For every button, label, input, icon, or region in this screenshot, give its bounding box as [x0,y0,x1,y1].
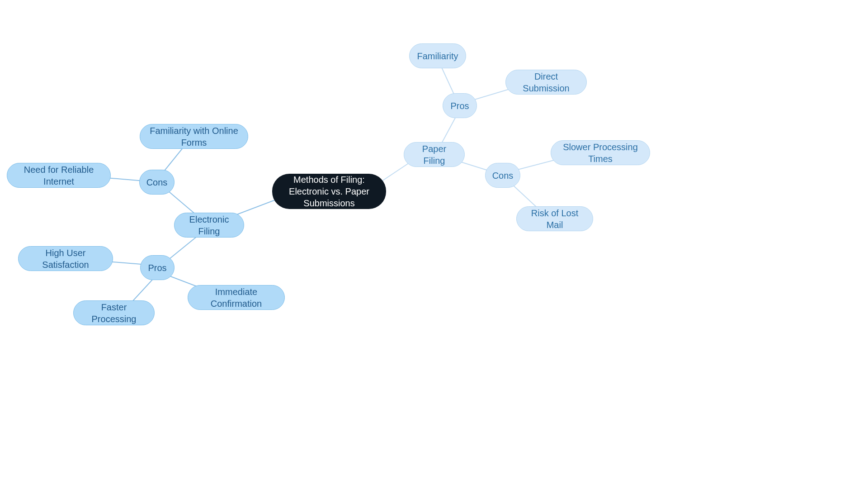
electronic-label: Electronic Filing [183,214,236,237]
ppros-familiarity-label: Familiarity [417,50,458,62]
electronic-pros-node[interactable]: Pros [140,255,175,280]
edge-ppros-familiarity [441,66,454,95]
electronic-pros-confirm-node[interactable]: Immediate Confirmation [188,285,285,310]
center-label: Methods of Filing: Electronic vs. Paper … [280,174,378,209]
diagram-canvas: Methods of Filing: Electronic vs. Paper … [0,0,868,490]
center-node[interactable]: Methods of Filing: Electronic vs. Paper … [272,174,386,209]
electronic-pros-fast-node[interactable]: Faster Processing [73,300,155,325]
electronic-pros-label: Pros [148,262,166,274]
edge-paper-pros [441,115,457,145]
paper-cons-lost-node[interactable]: Risk of Lost Mail [516,206,593,231]
pcons-slow-label: Slower Processing Times [559,141,642,165]
edges-layer [0,0,868,490]
paper-cons-slow-node[interactable]: Slower Processing Times [551,140,650,165]
electronic-pros-satisfaction-node[interactable]: High User Satisfaction [18,246,113,271]
electronic-cons-label: Cons [146,176,168,188]
econs-internet-label: Need for Reliable Internet [15,164,102,187]
paper-pros-node[interactable]: Pros [443,93,477,118]
paper-pros-direct-node[interactable]: Direct Submission [505,70,587,95]
electronic-filing-node[interactable]: Electronic Filing [174,213,244,238]
electronic-cons-internet-node[interactable]: Need for Reliable Internet [7,163,111,188]
electronic-cons-node[interactable]: Cons [139,170,175,195]
paper-cons-label: Cons [492,170,514,181]
paper-cons-node[interactable]: Cons [485,163,520,188]
ppros-direct-label: Direct Submission [514,71,578,94]
paper-pros-label: Pros [450,100,469,112]
paper-filing-node[interactable]: Paper Filing [404,142,465,167]
epros-fast-label: Faster Processing [82,301,146,325]
epros-satisfaction-label: High User Satisfaction [27,247,104,271]
econs-familiarity-label: Familiarity with Online Forms [148,125,240,148]
electronic-cons-familiarity-node[interactable]: Familiarity with Online Forms [140,124,248,149]
epros-confirm-label: Immediate Confirmation [196,286,276,309]
paper-pros-familiarity-node[interactable]: Familiarity [409,43,466,68]
paper-label: Paper Filing [412,143,456,167]
pcons-lost-label: Risk of Lost Mail [525,207,585,231]
